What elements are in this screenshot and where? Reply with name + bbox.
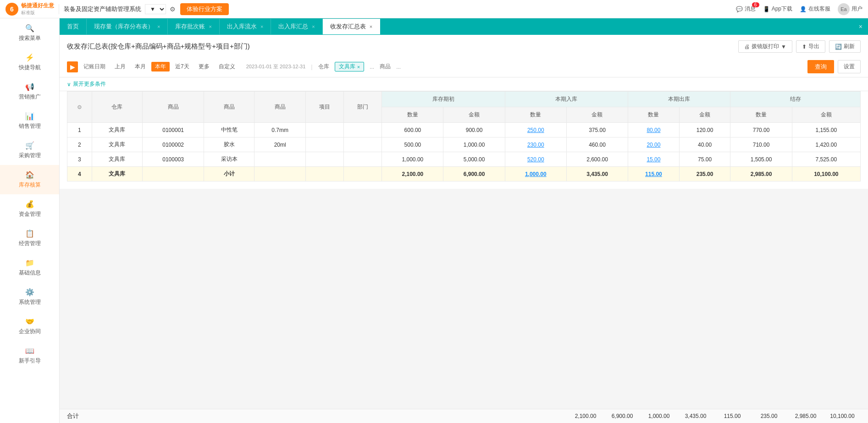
tab-close-recv-send[interactable]: × xyxy=(370,24,372,29)
filter-divider: | xyxy=(311,63,312,70)
sidebar-item-finance[interactable]: 💰 资金管理 xyxy=(0,194,59,224)
subtotal-dept xyxy=(344,167,382,181)
date-btn-custom[interactable]: 自定义 xyxy=(215,62,239,71)
system-icon: ⚙️ xyxy=(25,288,34,297)
subtotal-no: 4 xyxy=(67,167,92,181)
goods-more-btn[interactable]: ... xyxy=(396,64,401,70)
title-right-actions: 🖨 拨镜版打印 ▼ ⬆ 导出 🔄 刷新 xyxy=(738,40,861,53)
settings-icon[interactable]: ⚙ xyxy=(170,5,176,13)
date-btn-this-year[interactable]: 本年 xyxy=(151,62,170,71)
cell-bal-amt: 7,525.00 xyxy=(792,152,860,167)
inventory-icon: 🏠 xyxy=(25,170,34,179)
sidebar-item-system[interactable]: ⚙️ 系统管理 xyxy=(0,282,59,312)
export-button[interactable]: ⬆ 导出 xyxy=(796,40,825,53)
cell-spec: 20ml xyxy=(254,137,306,152)
filter-bar: ▶ 记账日期 上月 本月 本年 近7天 更多 自定义 2023-01-01 至 … xyxy=(60,56,868,77)
chevron-down-icon: ▼ xyxy=(781,44,786,50)
cell-in-qty[interactable]: 230.00 xyxy=(505,137,566,152)
cell-out-qty[interactable]: 15.00 xyxy=(628,152,680,167)
tab-close-all[interactable]: × xyxy=(853,19,868,34)
cell-no: 2 xyxy=(67,137,92,152)
subtotal-bal-amt: 10,100.00 xyxy=(792,167,860,181)
date-btn-last-month[interactable]: 上月 xyxy=(111,62,129,71)
tab-close-flow[interactable]: × xyxy=(260,24,263,29)
sidebar-item-quick[interactable]: ⚡ 快捷导航 xyxy=(0,48,59,77)
filter-expand-button[interactable]: ▶ xyxy=(67,61,78,72)
cell-dept xyxy=(344,123,382,137)
cell-out-qty[interactable]: 20.00 xyxy=(628,137,680,152)
sidebar-item-search[interactable]: 🔍 搜索菜单 xyxy=(0,18,59,48)
tab-close-stock-dist[interactable]: × xyxy=(157,24,160,29)
subtotal-code xyxy=(143,167,204,181)
th-bal-group: 结存 xyxy=(730,92,861,107)
date-range: 2023-01-01 至 2023-12-31 xyxy=(246,63,306,70)
total-init-qty: 2,100.00 xyxy=(567,413,604,419)
online-service-button[interactable]: 👤 在线客服 xyxy=(800,5,830,13)
warehouse-tag-close[interactable]: × xyxy=(357,64,360,70)
date-btn-7days[interactable]: 近7天 xyxy=(171,62,193,71)
guide-icon: 📖 xyxy=(25,346,34,355)
date-shortcuts: 上月 本月 本年 近7天 更多 自定义 xyxy=(111,62,239,71)
sidebar-item-marketing[interactable]: 📢 营销推广 xyxy=(0,77,59,106)
cell-in-qty[interactable]: 250.00 xyxy=(505,123,566,137)
layout: 🔍 搜索菜单 ⚡ 快捷导航 📢 营销推广 📊 销售管理 🛒 采购管理 🏠 库存核… xyxy=(0,18,868,423)
refresh-button[interactable]: 🔄 刷新 xyxy=(829,40,861,53)
cell-out-qty[interactable]: 80.00 xyxy=(628,123,680,137)
subtotal-in-qty[interactable]: 1,000.00 xyxy=(505,167,566,181)
total-bal-qty: 2,985.00 xyxy=(787,413,824,419)
cell-no: 1 xyxy=(67,123,92,137)
th-init-group: 库存期初 xyxy=(382,92,505,107)
tab-home[interactable]: 首页 xyxy=(60,19,87,34)
tab-batch[interactable]: 库存批次账 × xyxy=(168,19,219,34)
print-button[interactable]: 🖨 拨镜版打印 ▼ xyxy=(738,40,792,53)
sidebar-item-inventory[interactable]: 🏠 库存核算 xyxy=(0,165,59,194)
cell-out-amt: 75.00 xyxy=(679,152,730,167)
date-btn-this-month[interactable]: 本月 xyxy=(131,62,149,71)
system-select[interactable]: ▼ xyxy=(145,4,166,14)
cell-dept xyxy=(344,152,382,167)
finance-icon: 💰 xyxy=(25,200,34,209)
table-row: 3 文具库 0100003 采访本 1,000.00 5,000.00 520.… xyxy=(67,152,861,167)
total-out-qty: 115.00 xyxy=(714,413,751,419)
tab-close-batch[interactable]: × xyxy=(209,24,211,29)
cell-out-amt: 40.00 xyxy=(679,137,730,152)
cell-in-amt: 375.00 xyxy=(566,123,628,137)
sidebar-item-basic[interactable]: 📁 基础信息 xyxy=(0,253,59,282)
logo-icon: 6 xyxy=(6,3,18,16)
tab-close-summary[interactable]: × xyxy=(312,24,315,29)
sidebar-item-operations[interactable]: 📋 经营管理 xyxy=(0,224,59,253)
tab-stock-dist[interactable]: 现存量（库存分布表） × xyxy=(87,19,168,34)
title-action-bar: 收发存汇总表(按仓库+商品编码+商品+规格型号+项目+部门) 🖨 拨镜版打印 ▼… xyxy=(60,35,868,56)
top-header: 6 畅捷通好生意 标准版 装备及固定资产辅助管理系统 ▼ ⚙ 体验行业方案 💬 … xyxy=(0,0,868,18)
filter-settings-button[interactable]: 设置 xyxy=(838,60,861,73)
message-button[interactable]: 💬 消息 6 xyxy=(736,5,756,13)
tab-flow[interactable]: 出入库流水 × xyxy=(220,19,271,34)
sidebar-item-collab[interactable]: 🤝 企业协同 xyxy=(0,312,59,341)
app-download-button[interactable]: 📱 App下载 xyxy=(763,5,792,13)
th-spec: 商品 xyxy=(254,92,306,123)
warehouse-more-btn[interactable]: ... xyxy=(370,64,374,70)
sidebar-item-purchase[interactable]: 🛒 采购管理 xyxy=(0,136,59,165)
cell-in-qty[interactable]: 520.00 xyxy=(505,152,566,167)
th-settings[interactable]: ⚙ xyxy=(67,92,92,123)
search-icon: 🔍 xyxy=(25,24,34,33)
expand-more-btn[interactable]: ∨ 展开更多条件 xyxy=(67,80,861,88)
logo-area: 6 畅捷通好生意 标准版 xyxy=(6,2,54,16)
date-btn-more[interactable]: 更多 xyxy=(195,62,213,71)
trial-button[interactable]: 体验行业方案 xyxy=(180,3,229,15)
tab-summary[interactable]: 出入库汇总 × xyxy=(271,19,322,34)
sidebar-item-guide[interactable]: 📖 新手引导 xyxy=(0,341,59,370)
query-button[interactable]: 查询 xyxy=(807,60,834,73)
total-out-amt: 235.00 xyxy=(751,413,787,419)
cell-out-amt: 120.00 xyxy=(679,123,730,137)
subtotal-out-qty[interactable]: 115.00 xyxy=(628,167,680,181)
th-code: 商品 xyxy=(143,92,204,123)
th-name: 商品 xyxy=(204,92,254,123)
total-bal-amt: 10,100.00 xyxy=(824,413,861,419)
user-button[interactable]: Ea 用户 xyxy=(838,3,862,15)
tab-recv-send[interactable]: 收发存汇总表 × xyxy=(323,19,380,34)
sidebar-item-sales[interactable]: 📊 销售管理 xyxy=(0,106,59,136)
logo-text: 畅捷通好生意 标准版 xyxy=(21,2,54,16)
message-badge: 6 xyxy=(752,2,759,7)
cell-spec: 0.7mm xyxy=(254,123,306,137)
